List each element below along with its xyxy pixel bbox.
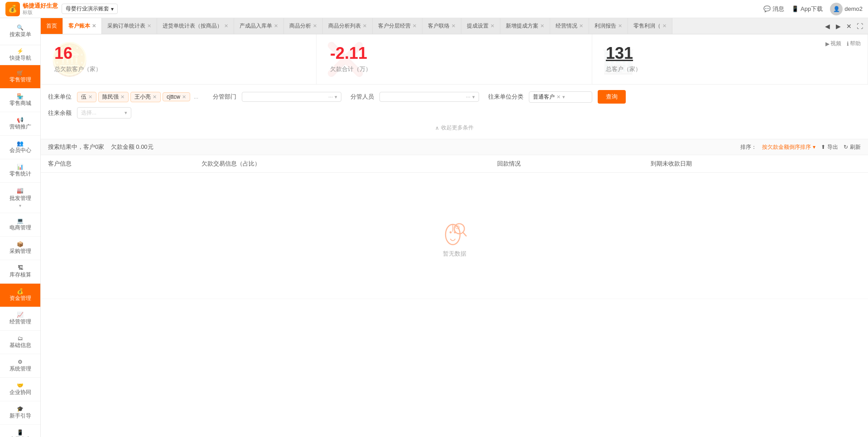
- tab-stock-summary[interactable]: 进货单统计表（按商品） ✕: [157, 18, 234, 34]
- balance-filter-select[interactable]: 选择... ▾: [77, 107, 131, 119]
- download-icon: 📱: [791, 5, 799, 12]
- sidebar-item-purchase[interactable]: 📦 采购管理: [0, 237, 40, 260]
- table-header: 客户信息 欠款交易信息（占比） 回款情况 到期未收款日期: [41, 155, 868, 173]
- user-avatar-btn[interactable]: 👤 demo2: [830, 3, 863, 15]
- sidebar-item-member[interactable]: 👥 会员中心: [0, 136, 40, 159]
- tab-business-status[interactable]: 经营情况 ✕: [550, 18, 589, 34]
- collapse-conditions-btn[interactable]: ∧ 收起更多条件: [435, 124, 474, 132]
- tab-nav-btns: ◀ ▶ ✕ ⛶: [819, 22, 868, 31]
- collab-icon: 🤝: [17, 382, 24, 389]
- sidebar-item-system[interactable]: ⚙ 系统管理: [0, 354, 40, 378]
- close-tab-purchase-order[interactable]: ✕: [147, 23, 151, 29]
- remove-tag-chen[interactable]: ✕: [120, 94, 125, 100]
- tab-purchase-order[interactable]: 采购订单统计表 ✕: [102, 18, 157, 34]
- message-btn[interactable]: 💬 消息: [763, 5, 784, 13]
- sort-label: 排序：: [740, 143, 757, 151]
- ecommerce-icon: 💻: [17, 218, 24, 224]
- main-layout: 🔍 搜索菜单 ⚡ 快捷导航 🛒 零售管理 🏪 零售商城 📢 营销推广 👥: [0, 18, 868, 437]
- close-tab-business-status[interactable]: ✕: [579, 23, 583, 29]
- video-btn[interactable]: ▶ 视频: [825, 40, 841, 48]
- filter-row-2: 往来余额 选择... ▾: [48, 107, 861, 119]
- remove-tag-wu[interactable]: ✕: [88, 94, 92, 100]
- tab-customer-tier[interactable]: 客户分层经营 ✕: [373, 18, 422, 34]
- dept-filter-input[interactable]: ··· ▾: [242, 92, 341, 102]
- empty-state: 暂无数据: [48, 177, 861, 294]
- table-empty-cell: 暂无数据: [41, 173, 868, 299]
- close-tab-customer-connect[interactable]: ✕: [451, 23, 456, 29]
- close-tab-profit-report[interactable]: ✕: [618, 23, 622, 29]
- close-tab-promote-setting[interactable]: ✕: [490, 23, 494, 29]
- sidebar-item-app-center[interactable]: 📱 应用中心: [0, 425, 40, 437]
- close-tab-customer-tier[interactable]: ✕: [412, 23, 417, 29]
- sidebar-item-operation[interactable]: 📈 经营管理: [0, 307, 40, 331]
- app-center-icon: 📱: [17, 429, 24, 436]
- close-tab-stock-summary[interactable]: ✕: [224, 23, 228, 29]
- sidebar-item-basic-info[interactable]: 🗂 基础信息: [0, 331, 40, 354]
- search-menu-btn[interactable]: 🔍 搜索菜单: [4, 22, 37, 41]
- sidebar-item-new-guide[interactable]: 🎓 新手引导: [0, 401, 40, 425]
- sidebar-item-retail-mgmt[interactable]: 🛒 零售管理: [0, 65, 40, 89]
- tab-home[interactable]: 首页: [41, 18, 63, 34]
- tab-customer-connect[interactable]: 客户联络 ✕: [422, 18, 461, 34]
- system-icon: ⚙: [18, 359, 23, 365]
- tab-new-promote[interactable]: 新增提成方案 ✕: [500, 18, 550, 34]
- tab-product-analysis[interactable]: 商品分析 ✕: [284, 18, 323, 34]
- dept-chevron-icon: ▾: [335, 94, 337, 100]
- tab-fullscreen-btn[interactable]: ⛶: [855, 22, 864, 31]
- person-dots: ···: [466, 94, 470, 100]
- export-btn[interactable]: ⬆ 导出: [821, 143, 838, 151]
- close-tab-customer-account[interactable]: ✕: [92, 23, 96, 29]
- tab-scroll-left-btn[interactable]: ◀: [823, 22, 832, 31]
- help-btn[interactable]: ℹ 帮助: [847, 40, 861, 48]
- tab-promote-setting[interactable]: 提成设置 ✕: [461, 18, 500, 34]
- tab-product-analysis-list[interactable]: 商品分析列表 ✕: [323, 18, 373, 34]
- remove-tag-normal-customer[interactable]: ✕: [556, 94, 561, 100]
- sidebar: 🔍 搜索菜单 ⚡ 快捷导航 🛒 零售管理 🏪 零售商城 📢 营销推广 👥: [0, 18, 41, 437]
- tab-customer-account[interactable]: 客户账本 ✕: [63, 18, 102, 34]
- stat-debit-customers-label: 总欠款客户（家）: [54, 65, 101, 73]
- filter-tags-unit: 伍 ✕ 陈民强 ✕ 王小亮 ✕ cjttcw ✕: [77, 92, 200, 102]
- tab-scroll-right-btn[interactable]: ▶: [834, 22, 843, 31]
- avatar: 👤: [830, 3, 843, 15]
- close-tab-product-inbound[interactable]: ✕: [274, 23, 278, 29]
- remove-tag-cjttcw[interactable]: ✕: [182, 94, 186, 100]
- app-download-btn[interactable]: 📱 App下载: [791, 5, 823, 13]
- tab-close-all-btn[interactable]: ✕: [844, 22, 854, 31]
- svg-point-5: [454, 231, 456, 233]
- unit-filter-label: 往来单位: [48, 93, 72, 101]
- remove-tag-wang[interactable]: ✕: [153, 94, 157, 100]
- close-tab-retail-profit[interactable]: ✕: [662, 23, 667, 29]
- top-bar-left: 💰 畅捷通好生意 标版 母婴行业演示账套 ▾: [5, 2, 118, 16]
- sidebar-item-marketing[interactable]: 📢 营销推广: [0, 112, 40, 136]
- more-tags-btn[interactable]: ...: [192, 94, 200, 100]
- content-area: 首页 客户账本 ✕ 采购订单统计表 ✕ 进货单统计表（按商品） ✕ 产成品入库单…: [41, 18, 868, 437]
- org-selector[interactable]: 母婴行业演示账套 ▾: [62, 4, 118, 14]
- sort-select[interactable]: 按欠款金额倒序排序 ▾: [762, 143, 815, 151]
- tab-retail-profit[interactable]: 零售利润（ ✕: [628, 18, 672, 34]
- person-filter-input[interactable]: ··· ▾: [379, 92, 479, 102]
- result-bar: 搜索结果中，客户0家 欠款金额 0.00元 排序： 按欠款金额倒序排序 ▾ ⬆ …: [41, 139, 868, 155]
- close-tab-new-promote[interactable]: ✕: [540, 23, 544, 29]
- tab-product-inbound[interactable]: 产成品入库单 ✕: [234, 18, 284, 34]
- query-btn[interactable]: 查询: [598, 90, 626, 104]
- quick-nav-btn[interactable]: ⚡ 快捷导航: [0, 45, 40, 65]
- tab-profit-report[interactable]: 利润报告 ✕: [589, 18, 628, 34]
- sidebar-item-capital[interactable]: 💰 资金管理: [0, 284, 40, 307]
- sidebar-item-retail-mall[interactable]: 🏪 零售商城: [0, 89, 40, 112]
- close-tab-product-analysis-list[interactable]: ✕: [363, 23, 367, 29]
- svg-point-4: [449, 231, 451, 233]
- logo-text: 畅捷通好生意 标版: [23, 2, 58, 15]
- filter-tag-wu: 伍 ✕: [77, 92, 96, 102]
- col-customer-info: 客户信息: [41, 155, 194, 173]
- sidebar-item-ecommerce[interactable]: 💻 电商管理: [0, 213, 40, 237]
- refresh-btn[interactable]: ↻ 刷新: [844, 143, 861, 151]
- sidebar-item-wholesale[interactable]: 🏭 批发管理 ▾: [0, 183, 40, 213]
- sidebar-item-enterprise-collab[interactable]: 🤝 企业协同: [0, 378, 40, 401]
- stat-block-debit-total: ❌ -2.11 欠款合计（万）: [317, 34, 592, 84]
- sidebar-item-inventory[interactable]: 🏗 库存核算: [0, 260, 40, 284]
- close-tab-product-analysis[interactable]: ✕: [313, 23, 317, 29]
- sidebar-item-retail-stats[interactable]: 📊 零售统计: [0, 159, 40, 183]
- unit-category-select[interactable]: 普通客户 ✕ ▾: [529, 91, 592, 103]
- table-body: 暂无数据: [41, 173, 868, 299]
- logo-icon: 💰: [5, 2, 20, 16]
